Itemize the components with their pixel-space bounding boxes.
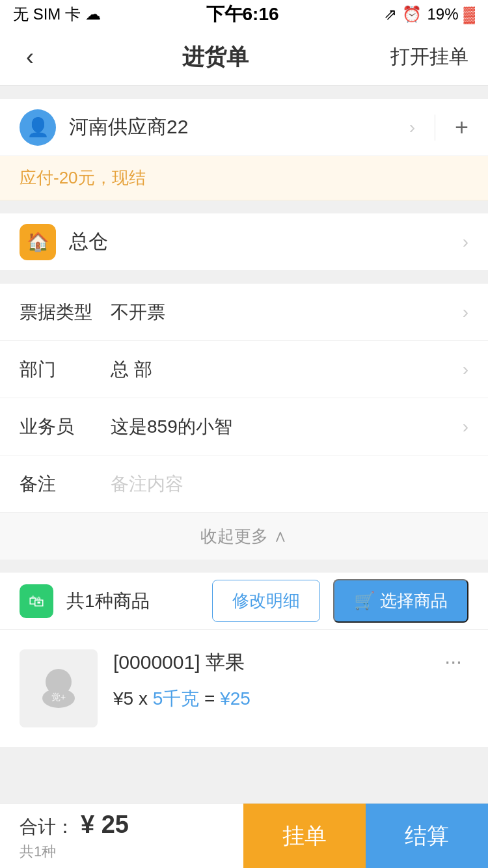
status-time: 下午6:16	[206, 2, 279, 27]
department-row[interactable]: 部门 总 部 ›	[0, 341, 488, 398]
salesperson-label: 业务员	[20, 414, 111, 439]
page-title: 进货单	[182, 42, 249, 72]
warehouse-row[interactable]: 🏠 总仓 ›	[0, 213, 488, 271]
gap-3	[0, 271, 488, 284]
warehouse-name: 总仓	[69, 228, 463, 255]
battery-icon: ▓	[463, 5, 475, 23]
invoice-type-row[interactable]: 票据类型 不开票 ›	[0, 284, 488, 341]
svg-text:觉+: 觉+	[51, 692, 66, 702]
product-thumb-icon: 觉+	[33, 662, 85, 714]
bag-icon: 🛍	[29, 592, 44, 610]
battery-level: 19%	[427, 5, 458, 23]
total-label: 合计：	[20, 815, 74, 839]
avatar-icon: 👤	[27, 116, 49, 138]
back-button[interactable]: ‹	[20, 37, 40, 77]
product-equals: =	[204, 688, 220, 709]
cart-icon: 🛒	[354, 591, 375, 611]
department-chevron-icon: ›	[463, 359, 468, 380]
warehouse-chevron-icon: ›	[463, 232, 468, 252]
department-value: 总 部	[111, 357, 463, 382]
status-left: 无 SIM 卡 ☁	[13, 4, 101, 25]
status-right: ⇗ ⏰ 19% ▓	[384, 5, 475, 23]
product-title: 苹果	[206, 651, 245, 673]
product-more-button[interactable]: ···	[438, 649, 468, 673]
remark-label: 备注	[20, 472, 111, 496]
form-section: 票据类型 不开票 › 部门 总 部 › 业务员 这是859的小智 › 备注 备注…	[0, 284, 488, 513]
total-amount: ¥ 25	[81, 811, 129, 839]
supplier-name: 河南供应商22	[69, 114, 409, 141]
location-icon: ⇗	[384, 5, 397, 23]
product-unit-price: ¥5	[113, 688, 133, 709]
gap-2	[0, 200, 488, 213]
salesperson-row[interactable]: 业务员 这是859的小智 ›	[0, 398, 488, 455]
product-code: [0000001]	[113, 651, 200, 673]
total-main: 合计： ¥ 25	[20, 811, 224, 839]
warehouse-section: 🏠 总仓 ›	[0, 213, 488, 271]
salesperson-chevron-icon: ›	[463, 416, 468, 437]
bottom-total: 合计： ¥ 25 共1种	[0, 811, 243, 861]
add-button[interactable]: +	[455, 114, 468, 141]
bottom-bar: 合计： ¥ 25 共1种 挂单 结算	[0, 803, 488, 868]
supplier-avatar: 👤	[20, 109, 56, 146]
suspend-button[interactable]: 挂单	[243, 804, 366, 869]
edit-detail-button[interactable]: 修改明细	[212, 580, 320, 622]
invoice-type-label: 票据类型	[20, 300, 111, 325]
product-name: [0000001] 苹果	[113, 649, 422, 676]
supplier-row-right: › +	[409, 114, 468, 141]
product-thumbnail: 觉+	[20, 649, 98, 727]
supplier-row[interactable]: 👤 河南供应商22 › +	[0, 99, 488, 156]
open-suspend-button[interactable]: 打开挂单	[390, 44, 468, 70]
status-bar: 无 SIM 卡 ☁ 下午6:16 ⇗ ⏰ 19% ▓	[0, 0, 488, 29]
product-count: 共1种商品	[66, 589, 199, 614]
invoice-type-chevron-icon: ›	[463, 302, 468, 323]
product-total: ¥25	[220, 688, 251, 709]
collapse-label: 收起更多 ∧	[200, 525, 287, 548]
department-label: 部门	[20, 357, 111, 382]
product-quantity: 5千克	[153, 688, 200, 709]
product-info: [0000001] 苹果 ¥5 x 5千克 = ¥25	[113, 649, 422, 711]
product-item: 觉+ [0000001] 苹果 ¥5 x 5千克 = ¥25 ···	[0, 630, 488, 748]
select-product-button[interactable]: 🛒 选择商品	[333, 579, 468, 623]
salesperson-value: 这是859的小智	[111, 414, 463, 439]
alarm-icon: ⏰	[402, 5, 422, 23]
remark-input[interactable]: 备注内容	[111, 472, 468, 496]
checkout-button[interactable]: 结算	[366, 804, 488, 869]
product-header: 🛍 共1种商品 修改明细 🛒 选择商品	[0, 573, 488, 630]
collapse-row[interactable]: 收起更多 ∧	[0, 513, 488, 560]
product-price-row: ¥5 x 5千克 = ¥25	[113, 686, 422, 711]
divider	[435, 115, 435, 141]
gap-4	[0, 560, 488, 573]
invoice-type-value: 不开票	[111, 300, 463, 325]
warning-text: 应付-20元，现结	[20, 168, 146, 187]
select-product-label: 选择商品	[380, 590, 448, 612]
chevron-right-icon: ›	[409, 117, 415, 138]
product-section: 🛍 共1种商品 修改明细 🛒 选择商品 觉+ [0000001] 苹果 ¥5 x	[0, 573, 488, 748]
warning-bar: 应付-20元，现结	[0, 156, 488, 200]
product-icon: 🛍	[20, 584, 53, 618]
supplier-section: 👤 河南供应商22 › + 应付-20元，现结	[0, 99, 488, 200]
warehouse-icon: 🏠	[20, 224, 56, 260]
remark-row[interactable]: 备注 备注内容	[0, 455, 488, 513]
product-multiply: x	[139, 688, 153, 709]
sim-signal: 无 SIM 卡 ☁	[13, 4, 101, 25]
gap-1	[0, 86, 488, 99]
nav-bar: ‹ 进货单 打开挂单	[0, 29, 488, 86]
total-sub: 共1种	[20, 842, 224, 861]
